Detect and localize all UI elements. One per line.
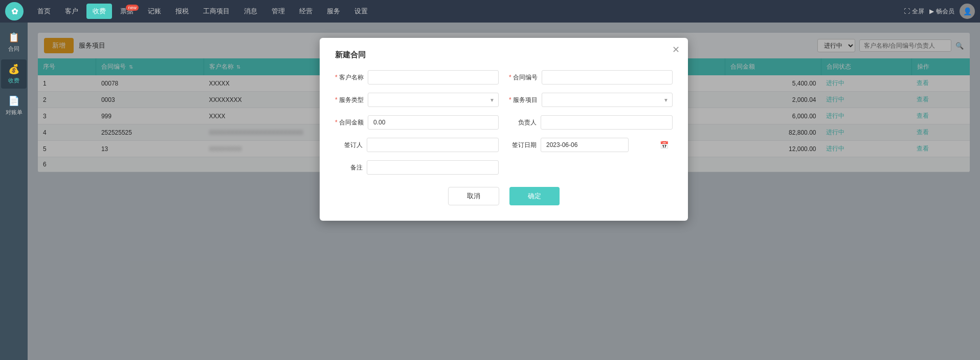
responsible-input[interactable] (541, 115, 673, 130)
user-avatar[interactable]: 👤 (960, 4, 975, 19)
nav-item-business[interactable]: 工商项目 (197, 4, 236, 19)
contract-no-group: 合同编号 (509, 70, 673, 84)
service-type-select-wrap: ▼ (368, 93, 499, 107)
modal-footer: 取消 确定 (335, 187, 673, 205)
customer-name-label: 客户名称 (335, 73, 364, 82)
contract-icon: 📋 (8, 32, 19, 43)
modal-title: 新建合同 (335, 50, 673, 60)
nav-item-bookkeep[interactable]: 记账 (142, 4, 167, 19)
contract-amount-label: 合同金额 (335, 118, 364, 127)
service-item-group: 服务项目 ▼ (509, 93, 673, 107)
new-badge: new (126, 5, 139, 11)
contract-no-label: 合同编号 (509, 73, 538, 82)
remarks-input[interactable] (367, 160, 499, 175)
signer-input[interactable] (367, 138, 499, 152)
form-row-4: 签订人 签订日期 📅 (335, 138, 673, 152)
form-row-2: 服务类型 ▼ 服务项目 (335, 93, 673, 107)
service-item-select[interactable] (542, 93, 673, 107)
new-contract-modal: 新建合同 ✕ 客户名称 合同编号 服务类型 (320, 38, 688, 221)
contract-amount-group: 合同金额 (335, 115, 499, 130)
modal-close-button[interactable]: ✕ (672, 45, 680, 54)
nav-item-fee[interactable]: 收费 (86, 4, 112, 19)
responsible-group: 负责人 (509, 115, 673, 130)
nav-item-tax[interactable]: 报税 (169, 4, 195, 19)
form-row-3: 合同金额 负责人 (335, 115, 673, 130)
fullscreen-icon: ⛶ (904, 8, 910, 15)
sidebar: 📋 合同 💰 收费 📄 对账单 (0, 23, 28, 360)
fee-icon: 💰 (8, 63, 19, 75)
fullscreen-button[interactable]: ⛶ 全屏 (904, 7, 924, 16)
sign-date-group: 签订日期 📅 (509, 138, 673, 152)
calendar-icon[interactable]: 📅 (660, 141, 669, 149)
nav-item-home[interactable]: 首页 (31, 4, 57, 19)
responsible-label: 负责人 (509, 118, 537, 127)
sign-date-input[interactable] (541, 138, 629, 152)
app-logo: ✿ (5, 2, 24, 20)
top-navigation: ✿ 首页 客户 收费 票据 new 记账 报税 工商项目 消息 管理 经营 服务… (0, 0, 980, 23)
sidebar-item-fee[interactable]: 💰 收费 (1, 59, 27, 89)
sign-date-wrap: 📅 (541, 138, 673, 152)
confirm-button[interactable]: 确定 (509, 187, 560, 205)
nav-item-invoice[interactable]: 票据 new (114, 4, 140, 19)
member-button[interactable]: ▶ 畅会员 (929, 7, 954, 16)
play-icon: ▶ (929, 8, 934, 15)
signer-label: 签订人 (335, 141, 363, 150)
cancel-button[interactable]: 取消 (448, 187, 499, 205)
modal-overlay: 新建合同 ✕ 客户名称 合同编号 服务类型 (28, 23, 980, 360)
contract-no-input[interactable] (542, 70, 673, 84)
form-row-1: 客户名称 合同编号 (335, 70, 673, 84)
nav-item-manage[interactable]: 管理 (265, 4, 291, 19)
statement-icon: 📄 (8, 95, 19, 107)
service-type-label: 服务类型 (335, 96, 364, 104)
nav-item-customer[interactable]: 客户 (59, 4, 84, 19)
main-layout: 📋 合同 💰 收费 📄 对账单 新增 服务项目 进行中 已完成 已终 (0, 23, 980, 360)
service-item-select-wrap: ▼ (542, 93, 673, 107)
remarks-group: 备注 (335, 160, 499, 175)
nav-item-message[interactable]: 消息 (238, 4, 263, 19)
sidebar-item-contract[interactable]: 📋 合同 (1, 28, 27, 57)
nav-item-service[interactable]: 服务 (321, 4, 346, 19)
nav-item-operation[interactable]: 经营 (293, 4, 319, 19)
remarks-label: 备注 (335, 163, 363, 172)
service-item-label: 服务项目 (509, 96, 538, 104)
nav-menu: 首页 客户 收费 票据 new 记账 报税 工商项目 消息 管理 经营 服务 设… (31, 4, 904, 19)
customer-name-input[interactable] (368, 70, 499, 84)
contract-amount-input[interactable] (368, 115, 499, 130)
sign-date-label: 签订日期 (509, 141, 537, 150)
customer-name-group: 客户名称 (335, 70, 499, 84)
service-type-select[interactable] (368, 93, 499, 107)
nav-right-area: ⛶ 全屏 ▶ 畅会员 👤 (904, 4, 975, 19)
content-area: 新增 服务项目 进行中 已完成 已终止 🔍 序号 (28, 23, 980, 360)
signer-group: 签订人 (335, 138, 499, 152)
sidebar-item-statement[interactable]: 📄 对账单 (1, 91, 27, 120)
form-row-5: 备注 (335, 160, 673, 175)
service-type-group: 服务类型 ▼ (335, 93, 499, 107)
nav-item-setting[interactable]: 设置 (348, 4, 374, 19)
remarks-spacer (509, 160, 673, 175)
